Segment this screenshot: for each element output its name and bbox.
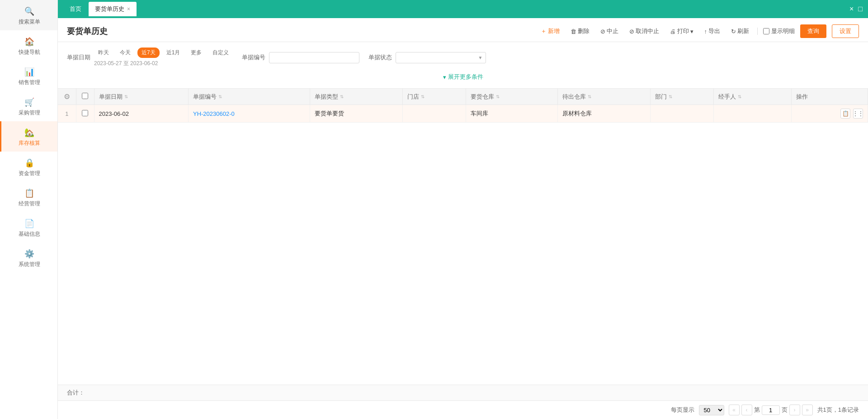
sidebar-item-quicknav[interactable]: 🏠 快捷导航 <box>0 30 57 61</box>
settings-gear-icon[interactable]: ⚙ <box>64 93 70 100</box>
next-page-button[interactable]: › <box>789 405 800 415</box>
th-settings[interactable]: ⚙ <box>58 89 76 105</box>
td-action: 📋 ⋮⋮ <box>791 105 868 123</box>
date-btn-recent1month[interactable]: 近1月 <box>162 48 184 58</box>
expand-more-button[interactable]: ▾ 展开更多条件 <box>439 71 487 83</box>
th-doc-date[interactable]: 单据日期 ⇅ <box>94 89 188 105</box>
tab-requisition-history[interactable]: 要货单历史 × <box>89 2 137 16</box>
page-title: 要货单历史 <box>67 26 108 37</box>
row-edit-icon[interactable]: 📋 <box>840 109 850 119</box>
document-icon: 📄 <box>24 219 34 229</box>
main-content: 首页 要货单历史 × × □ 要货单历史 ＋ 新增 🗑 删除 ⊘ 中止 <box>58 0 868 419</box>
sidebar: 🔍 搜索菜单 🏠 快捷导航 📊 销售管理 🛒 采购管理 🏡 库存核算 🔒 资金管… <box>0 0 58 419</box>
query-button[interactable]: 查询 <box>800 24 826 38</box>
page-size-label: 每页显示 <box>671 406 694 414</box>
th-pending-warehouse[interactable]: 待出仓库 ⇅ <box>557 89 650 105</box>
export-button[interactable]: ↑ 导出 <box>702 25 723 37</box>
delete-button[interactable]: 🗑 删除 <box>568 25 592 37</box>
row-checkbox[interactable] <box>82 110 88 116</box>
expand-chevron-icon: ▾ <box>443 74 446 81</box>
doc-number-input[interactable] <box>269 52 359 63</box>
delete-icon: 🗑 <box>571 28 576 35</box>
date-btn-recent7[interactable]: 近7天 <box>137 48 160 58</box>
td-department <box>650 105 714 123</box>
sidebar-item-inventory[interactable]: 🏡 库存核算 <box>0 121 57 152</box>
tab-close-icon[interactable]: × <box>127 6 130 12</box>
display-detail-label: 显示明细 <box>771 27 795 35</box>
prev-page-button[interactable]: ‹ <box>741 405 752 415</box>
export-label: 导出 <box>708 27 720 35</box>
th-req-warehouse[interactable]: 要货仓库 ⇅ <box>466 89 558 105</box>
cart-icon: 🛒 <box>24 97 34 107</box>
sidebar-item-basic[interactable]: 📄 基础信息 <box>0 212 57 243</box>
td-checkbox[interactable] <box>76 105 94 123</box>
date-btn-today[interactable]: 今天 <box>116 48 135 58</box>
sort-icon-doc-number: ⇅ <box>218 94 222 99</box>
tab-home-label: 首页 <box>70 5 81 13</box>
print-button[interactable]: 🖨 打印 ▾ <box>667 25 696 37</box>
table-area: ⚙ 单据日期 ⇅ 单据编号 ⇅ <box>58 89 868 385</box>
th-handler[interactable]: 经手人 ⇅ <box>714 89 792 105</box>
th-doc-number[interactable]: 单据编号 ⇅ <box>188 89 310 105</box>
display-detail-checkbox[interactable] <box>763 28 769 34</box>
window-close-icon[interactable]: × <box>849 5 854 13</box>
display-detail-checkbox-group[interactable]: 显示明细 <box>763 27 795 35</box>
topbar: 首页 要货单历史 × × □ <box>58 0 868 18</box>
th-department[interactable]: 部门 ⇅ <box>650 89 714 105</box>
cancel-stop-icon: ⊘ <box>629 28 634 35</box>
doc-number-link[interactable]: YH-20230602-0 <box>193 110 235 117</box>
data-table: ⚙ 单据日期 ⇅ 单据编号 ⇅ <box>58 89 868 123</box>
th-checkbox[interactable] <box>76 89 94 105</box>
sidebar-item-purchase[interactable]: 🛒 采购管理 <box>0 91 57 121</box>
sort-icon-doc-type: ⇅ <box>340 94 344 99</box>
sidebar-item-search[interactable]: 🔍 搜索菜单 <box>0 0 57 30</box>
page-size-select[interactable]: 20 50 100 200 <box>699 405 724 415</box>
toolbar-separator <box>757 28 758 35</box>
cancel-stop-button[interactable]: ⊘ 取消中止 <box>627 25 662 37</box>
sidebar-item-label: 资金管理 <box>19 170 40 177</box>
sidebar-item-finance[interactable]: 🔒 资金管理 <box>0 152 57 182</box>
sidebar-item-label: 快捷导航 <box>19 48 40 56</box>
delete-label: 删除 <box>578 27 590 35</box>
cancel-stop-label: 取消中止 <box>636 27 659 35</box>
sort-icon-req-warehouse: ⇅ <box>496 94 500 99</box>
stop-button[interactable]: ⊘ 中止 <box>598 25 621 37</box>
filter-row: 单据日期 昨天 今天 近7天 近1月 更多 自定义 2023-05-27 至 2… <box>67 48 859 67</box>
td-store <box>402 105 466 123</box>
td-doc-date: 2023-06-02 <box>94 105 188 123</box>
gear-icon: ⚙️ <box>24 249 34 259</box>
date-btn-custom[interactable]: 自定义 <box>208 48 233 58</box>
sidebar-item-operation[interactable]: 📋 经营管理 <box>0 182 57 212</box>
sidebar-item-label: 基础信息 <box>19 230 40 238</box>
select-all-checkbox[interactable] <box>82 93 88 99</box>
print-dropdown-icon: ▾ <box>690 28 693 35</box>
th-doc-type[interactable]: 单据类型 ⇅ <box>310 89 402 105</box>
table-body: 1 2023-06-02 YH-20230602-0 要货单要货 车间库 原材料… <box>58 105 868 123</box>
new-button[interactable]: ＋ 新增 <box>538 25 562 37</box>
settings-button[interactable]: 设置 <box>832 24 859 38</box>
doc-number-label: 单据编号 <box>242 53 265 62</box>
th-store[interactable]: 门店 ⇅ <box>402 89 466 105</box>
row-more-icon[interactable]: ⋮⋮ <box>853 109 863 119</box>
tab-home[interactable]: 首页 <box>63 2 88 16</box>
last-page-button[interactable]: » <box>802 405 813 415</box>
sort-icon-handler: ⇅ <box>738 94 741 99</box>
sidebar-item-label: 采购管理 <box>19 109 40 117</box>
th-action: 操作 <box>791 89 868 105</box>
first-page-button[interactable]: « <box>729 405 740 415</box>
doc-status-select[interactable] <box>396 52 486 63</box>
date-btn-more[interactable]: 更多 <box>187 48 206 58</box>
date-btn-yesterday[interactable]: 昨天 <box>94 48 113 58</box>
refresh-button[interactable]: ↻ 刷新 <box>728 25 752 37</box>
table-header: ⚙ 单据日期 ⇅ 单据编号 ⇅ <box>58 89 868 105</box>
page-number-input[interactable] <box>762 405 780 415</box>
stop-icon: ⊘ <box>600 28 605 35</box>
chart-icon: 📊 <box>24 67 34 77</box>
window-maximize-icon[interactable]: □ <box>858 5 863 13</box>
new-label: 新增 <box>548 27 560 35</box>
topbar-right: × □ <box>849 5 863 13</box>
sort-icon-department: ⇅ <box>669 94 672 99</box>
sidebar-item-sales[interactable]: 📊 销售管理 <box>0 61 57 91</box>
sidebar-item-label: 系统管理 <box>19 261 40 268</box>
sidebar-item-system[interactable]: ⚙️ 系统管理 <box>0 243 57 273</box>
